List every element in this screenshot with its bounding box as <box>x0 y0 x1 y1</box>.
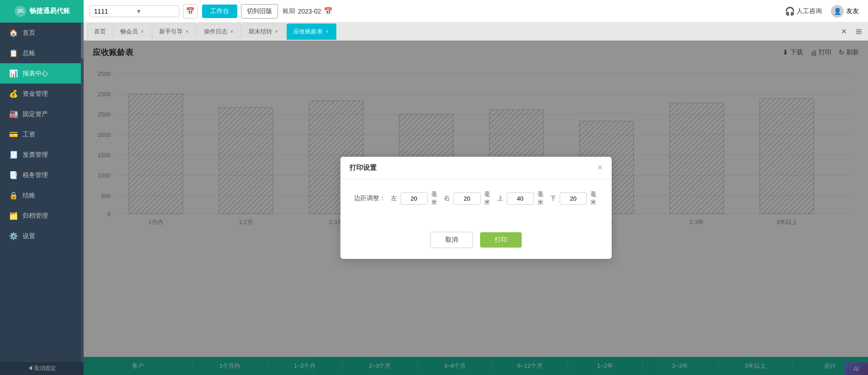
tax-icon: 📑 <box>9 171 18 179</box>
top-label: 上 <box>497 194 503 202</box>
tab-member-close[interactable]: × <box>140 28 145 35</box>
top-margin-input[interactable] <box>507 192 534 205</box>
tab-bar: 首页 畅会员 × 新手引导 × 操作日志 × 期末结转 × <box>84 23 868 41</box>
consult-button[interactable]: 🎧 人工咨询 <box>785 6 822 16</box>
sidebar-item-label-archive: 归档管理 <box>23 212 48 220</box>
workbench-button[interactable]: 工作台 <box>202 5 237 18</box>
tab-guide[interactable]: 新手引导 × <box>152 23 196 40</box>
margin-top-group: 上 毫米 <box>497 190 545 206</box>
sidebar-item-label-settings: 设置 <box>23 232 35 240</box>
tab-ar-aging-close[interactable]: × <box>325 28 330 35</box>
calendar-icon[interactable]: 📅 <box>183 4 198 19</box>
invoice-icon: 🧾 <box>9 150 18 159</box>
sidebar-item-label-home: 首页 <box>23 29 35 37</box>
tab-oplog[interactable]: 操作日志 × <box>197 23 241 40</box>
chevron-down-icon: ▼ <box>136 8 175 15</box>
right-unit: 毫米 <box>484 190 492 206</box>
modal-footer: 取消 打印 <box>340 225 612 259</box>
bottom-label: 下 <box>550 194 556 202</box>
modal-close-button[interactable]: × <box>598 163 603 173</box>
modal-body: 边距调整： 左 毫米 右 毫米 <box>340 179 612 225</box>
assets-icon: 🏭 <box>9 110 18 118</box>
gear-icon: ⚙️ <box>9 232 18 240</box>
payroll-icon: 💳 <box>9 130 18 139</box>
sidebar-item-invoice[interactable]: 🧾 发票管理 <box>0 145 84 165</box>
close-accounts-icon: 🔒 <box>9 191 18 200</box>
sidebar-item-label-close: 结账 <box>23 192 35 200</box>
sidebar-item-home[interactable]: 🏠 首页 <box>0 23 84 43</box>
sidebar-item-label-funds: 资金管理 <box>23 90 48 98</box>
tab-oplog-label: 操作日志 <box>204 28 227 36</box>
tab-guide-close[interactable]: × <box>184 28 189 35</box>
company-selector[interactable]: 1111 ▼ <box>89 5 179 17</box>
sidebar: 🏠 首页 📋 总账 📊 报表中心 💰 资金管理 🏭 固定资产 💳 工资 <box>0 23 84 375</box>
headset-icon: 🎧 <box>785 6 795 16</box>
bottom-unit: 毫米 <box>590 190 598 206</box>
funds-icon: 💰 <box>9 89 18 98</box>
period-label: 账期 <box>283 7 295 15</box>
modal-header: 打印设置 × <box>340 157 612 179</box>
sidebar-collapse-button[interactable]: ◀ 取消固定 <box>0 362 84 375</box>
tab-bar-close-icon[interactable]: ✕ <box>838 26 849 37</box>
sidebar-item-archive[interactable]: 🗂️ 归档管理 <box>0 206 84 226</box>
sidebar-item-label-reports: 报表中心 <box>23 70 48 78</box>
top-unit: 毫米 <box>538 190 545 206</box>
period-calendar-icon[interactable]: 📅 <box>324 7 333 15</box>
sidebar-item-label-ledger: 总账 <box>23 49 35 57</box>
sidebar-item-reports[interactable]: 📊 报表中心 <box>0 63 84 84</box>
tab-home-label: 首页 <box>94 28 106 36</box>
ledger-icon: 📋 <box>9 49 18 57</box>
sidebar-item-tax[interactable]: 📑 税务管理 <box>0 165 84 185</box>
margin-form-row: 边距调整： 左 毫米 右 毫米 <box>354 190 598 206</box>
modal-title: 打印设置 <box>349 164 377 172</box>
tab-period-end-close[interactable]: × <box>274 28 279 35</box>
company-name: 1111 <box>94 8 133 15</box>
sidebar-item-assets[interactable]: 🏭 固定资产 <box>0 104 84 124</box>
right-margin-input[interactable] <box>453 192 481 205</box>
cancel-button[interactable]: 取消 <box>430 232 473 248</box>
tab-ar-aging-label: 应收账龄表 <box>293 28 323 36</box>
tab-oplog-close[interactable]: × <box>229 28 234 35</box>
user-label: 友友 <box>846 7 859 15</box>
tab-guide-label: 新手引导 <box>159 28 183 36</box>
sidebar-item-ledger[interactable]: 📋 总账 <box>0 43 84 63</box>
confirm-print-button[interactable]: 打印 <box>480 232 522 248</box>
avatar: 👤 <box>831 5 844 18</box>
tab-bar-expand-icon[interactable]: ⊞ <box>853 26 864 37</box>
archive-icon: 🗂️ <box>9 211 18 220</box>
tab-ar-aging[interactable]: 应收账龄表 × <box>287 23 336 40</box>
print-dialog: 打印设置 × 边距调整： 左 毫米 <box>340 157 612 259</box>
sidebar-item-payroll[interactable]: 💳 工资 <box>0 124 84 145</box>
logo-text: 畅捷通易代账 <box>29 7 70 15</box>
margin-right-group: 右 毫米 <box>444 190 492 206</box>
bottom-margin-input[interactable] <box>560 192 587 205</box>
home-icon: 🏠 <box>9 28 18 37</box>
logo: 畅捷通易代账 <box>0 0 84 23</box>
sidebar-item-label-payroll: 工资 <box>23 131 35 139</box>
right-label: 右 <box>444 194 450 202</box>
tab-member-label: 畅会员 <box>120 28 138 36</box>
period-value: 2023-02 <box>298 8 321 15</box>
left-margin-input[interactable] <box>401 192 428 205</box>
reports-icon: 📊 <box>9 69 18 78</box>
sidebar-item-funds[interactable]: 💰 资金管理 <box>0 84 84 104</box>
margin-bottom-group: 下 毫米 <box>550 190 598 206</box>
sidebar-item-label-tax: 税务管理 <box>23 171 48 179</box>
tab-member[interactable]: 畅会员 × <box>113 23 151 40</box>
left-label: 左 <box>391 194 397 202</box>
tab-period-end-label: 期末结转 <box>249 28 272 36</box>
tab-bar-actions: ✕ ⊞ <box>838 26 864 37</box>
margin-left-group: 左 毫米 <box>391 190 439 206</box>
consult-label: 人工咨询 <box>797 7 822 15</box>
sidebar-item-label-invoice: 发票管理 <box>23 151 48 159</box>
page-content: 应收账龄表 ⬇ 下载 🖨 打印 ↻ 刷新 <box>84 41 868 375</box>
switch-version-button[interactable]: 切到旧版 <box>241 4 278 19</box>
margin-label: 边距调整： <box>354 194 386 202</box>
collapse-label: ◀ 取消固定 <box>28 365 56 371</box>
tab-home[interactable]: 首页 <box>87 23 113 40</box>
user-area[interactable]: 👤 友友 <box>831 5 859 18</box>
sidebar-item-close[interactable]: 🔒 结账 <box>0 185 84 206</box>
modal-overlay: 打印设置 × 边距调整： 左 毫米 <box>84 41 868 375</box>
tab-period-end[interactable]: 期末结转 × <box>242 23 286 40</box>
sidebar-item-settings[interactable]: ⚙️ 设置 <box>0 226 84 246</box>
